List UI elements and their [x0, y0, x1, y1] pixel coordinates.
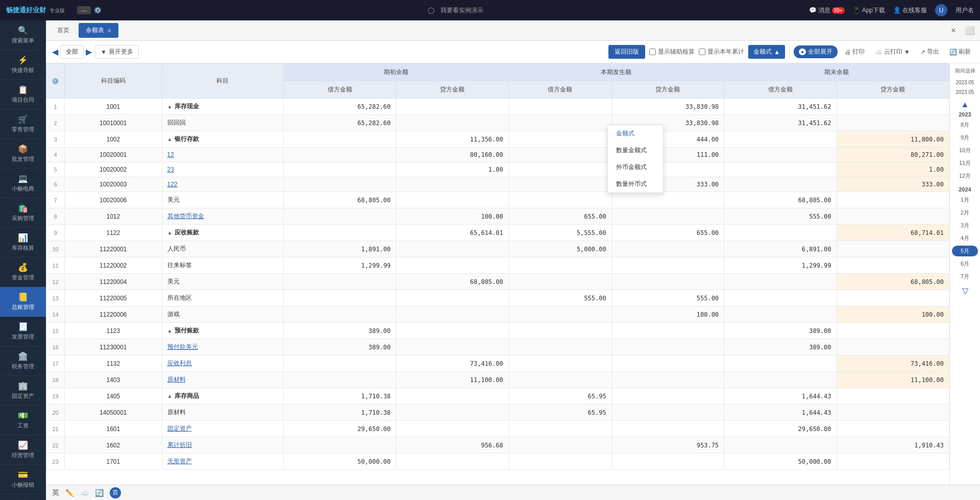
bottom-icon-cloud[interactable]: ☁️	[80, 489, 89, 497]
subject-link[interactable]: 原材料	[167, 376, 186, 383]
sidebar-item-salary[interactable]: 💵 工资	[0, 406, 46, 435]
online-service-button[interactable]: 👤 在线客服	[893, 6, 927, 15]
row-subject[interactable]: 23	[162, 162, 283, 177]
row-subject[interactable]: 固定资产	[162, 421, 283, 437]
subject-link[interactable]: 预付款美元	[167, 343, 198, 350]
row-subject[interactable]: 累计折旧	[162, 437, 283, 454]
row-subject[interactable]: 原材料	[162, 372, 283, 388]
subject-link[interactable]: 应收利息	[167, 360, 192, 367]
tab-home[interactable]: 首页	[50, 23, 77, 38]
message-button[interactable]: 💬 消息 99+	[809, 6, 845, 15]
sidebar-item-project[interactable]: 📋 项目合同	[0, 80, 46, 109]
row-code: 1123	[65, 323, 162, 339]
subject-link[interactable]: 无形资产	[167, 458, 192, 465]
print-button[interactable]: 🖨 打印	[842, 45, 868, 58]
sidebar-item-sales[interactable]: 💳 小畅报销	[0, 465, 46, 494]
period-up-arrow[interactable]: ▲	[961, 100, 969, 109]
back-old-version-button[interactable]: 返回旧版	[608, 45, 645, 59]
user-avatar[interactable]: U	[935, 4, 947, 16]
sidebar-item-retail[interactable]: 🛒 零售管理	[0, 109, 46, 139]
dropdown-item-qty-foreign[interactable]: 数量外币式	[608, 176, 663, 193]
period-month-10[interactable]: 10月	[952, 145, 978, 156]
tab-balance-sheet[interactable]: 余额表 ×	[79, 23, 118, 38]
table-settings-header[interactable]: ⚙️	[46, 64, 65, 99]
show-aux-input[interactable]	[649, 49, 656, 55]
sidebar-item-asset[interactable]: 🏢 固定资产	[0, 376, 46, 406]
demo-label[interactable]: 我要看实例演示	[440, 6, 483, 15]
period-month-11[interactable]: 11月	[952, 158, 978, 169]
row-subject: 所在地区	[162, 290, 283, 306]
period-month-2[interactable]: 2月	[952, 207, 978, 218]
dropdown-item-foreign-amount[interactable]: 外币金额式	[608, 159, 663, 176]
period-month-6[interactable]: 6月	[952, 258, 978, 269]
period-month-7[interactable]: 7月	[952, 271, 978, 282]
app-download-button[interactable]: 📱 App下载	[853, 6, 885, 15]
bottom-icon-edit[interactable]: ✏️	[65, 489, 74, 497]
row-subject[interactable]: 122	[162, 177, 283, 192]
row-code: 11230001	[65, 339, 162, 355]
row-code: 11220006	[65, 306, 162, 323]
dropdown-item-qty-amount[interactable]: 数量金额式	[608, 142, 663, 159]
period-month-3[interactable]: 3月	[952, 220, 978, 231]
amount-cell	[611, 274, 724, 290]
sidebar-item-ledger[interactable]: 📒 总账管理	[0, 287, 46, 317]
period-month-1[interactable]: 1月	[952, 195, 978, 205]
subject-link[interactable]: 122	[167, 181, 178, 188]
filter-all-button[interactable]: 全部	[60, 45, 84, 59]
show-aux-checkbox[interactable]: 显示辅助核算	[649, 47, 695, 56]
bottom-icon-sync[interactable]: 🔄	[95, 489, 104, 497]
table-container[interactable]: 金额式 数量金额式 外币金额式 数量外币式 ⚙️ 科目编码 科目 期初余额 本期…	[46, 63, 949, 485]
row-subject[interactable]: 无形资产	[162, 454, 283, 470]
sidebar-item-wholesale[interactable]: 📦 批发管理	[0, 139, 46, 169]
amount-cell	[508, 162, 611, 177]
bottom-icon-home[interactable]: 首	[110, 487, 121, 498]
tab-close-button[interactable]: ×	[107, 27, 111, 35]
row-subject[interactable]: 预付款美元	[162, 339, 283, 355]
filter-forward-arrow[interactable]: ▶	[86, 47, 92, 57]
amount-cell	[611, 192, 724, 208]
tab-expand-button[interactable]: ⬜	[964, 25, 976, 37]
subject-link[interactable]: 固定资产	[167, 425, 192, 432]
dropdown-item-amount[interactable]: 金额式	[608, 125, 663, 142]
tab-close-all-button[interactable]: ×	[947, 25, 960, 37]
subject-link[interactable]: 累计折旧	[167, 441, 192, 448]
sidebar-item-ops[interactable]: 📈 经营管理	[0, 435, 46, 465]
period-down-arrow[interactable]: ▽	[962, 286, 968, 296]
export-button[interactable]: ↗ 导出	[917, 45, 942, 58]
subject-link[interactable]: 23	[167, 166, 174, 173]
amount-type-button[interactable]: 金额式 ▲	[748, 45, 785, 59]
subject-link[interactable]: 12	[167, 151, 174, 158]
sidebar-item-search[interactable]: 🔍 搜索菜单	[0, 20, 46, 50]
bottom-icon-lang[interactable]: 英	[52, 488, 59, 497]
cloud-print-button[interactable]: ☁️ 云打印 ▼	[872, 45, 913, 58]
amount-cell: 555.00	[724, 208, 837, 225]
sidebar-item-quicknav[interactable]: ⚡ 快捷导航	[0, 50, 46, 80]
settings-icon[interactable]: ⚙️	[94, 7, 102, 14]
amount-cell	[837, 208, 949, 225]
expand-more-button[interactable]: ▼ 展开更多	[95, 45, 139, 59]
sidebar-item-purchase[interactable]: 🛍️ 采购管理	[0, 198, 46, 228]
row-subject[interactable]: 12	[162, 148, 283, 162]
period-month-9[interactable]: 9月	[952, 132, 978, 143]
row-subject[interactable]: 应收利息	[162, 355, 283, 372]
period-month-4[interactable]: 4月	[952, 233, 978, 244]
amount-cell: 68,805.00	[283, 192, 396, 208]
refresh-button[interactable]: 🔄 刷新	[946, 45, 974, 58]
filter-back-arrow[interactable]: ◀	[52, 47, 58, 57]
subject-link[interactable]: 其他货币资金	[167, 212, 204, 220]
sidebar-item-base[interactable]: ℹ️ 基础信息	[0, 494, 46, 500]
period-month-12[interactable]: 12月	[952, 171, 978, 181]
amount-cell	[724, 372, 837, 388]
period-month-5[interactable]: 5月	[952, 246, 978, 256]
period-month-8[interactable]: 8月	[952, 120, 978, 130]
sidebar-item-capital[interactable]: 💰 资金管理	[0, 257, 46, 287]
row-subject[interactable]: 其他货币资金	[162, 208, 283, 225]
sidebar-item-invoice[interactable]: 🧾 发票管理	[0, 317, 46, 346]
show-ytd-checkbox[interactable]: 显示本年累计	[699, 47, 744, 56]
sidebar-item-tax[interactable]: 🏛️ 税务管理	[0, 346, 46, 376]
sidebar-item-inventory[interactable]: 📊 库存核算	[0, 228, 46, 257]
expand-all-button[interactable]: ● 全部展开	[794, 45, 838, 58]
toggle-icon: ●	[799, 49, 806, 55]
show-ytd-input[interactable]	[699, 49, 705, 55]
sidebar-item-ecommerce[interactable]: 💻 小畅电商	[0, 169, 46, 198]
